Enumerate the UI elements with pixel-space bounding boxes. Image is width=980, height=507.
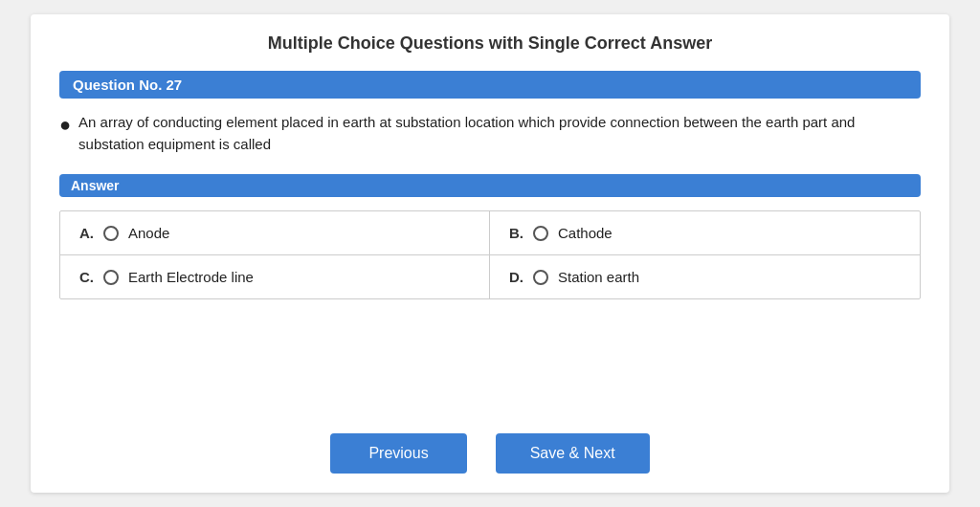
- option-c-text: Earth Electrode line: [128, 269, 254, 285]
- option-d[interactable]: D. Station earth: [490, 255, 920, 298]
- option-d-radio[interactable]: [533, 270, 548, 285]
- option-b-text: Cathode: [558, 225, 612, 241]
- option-b-radio[interactable]: [533, 226, 548, 241]
- option-c-radio[interactable]: [103, 270, 119, 285]
- option-b[interactable]: B. Cathode: [490, 211, 920, 255]
- page-title: Multiple Choice Questions with Single Co…: [59, 33, 921, 54]
- question-text: ● An array of conducting element placed …: [59, 112, 921, 155]
- previous-button[interactable]: Previous: [330, 433, 466, 474]
- option-c-letter: C.: [79, 269, 94, 285]
- option-a-letter: A.: [79, 225, 94, 241]
- option-d-letter: D.: [509, 269, 523, 285]
- option-d-text: Station earth: [558, 269, 639, 285]
- answer-label: Answer: [59, 174, 921, 197]
- options-grid: A. Anode B. Cathode C. Earth Electrode l…: [59, 210, 921, 299]
- option-c[interactable]: C. Earth Electrode line: [60, 255, 490, 298]
- option-a[interactable]: A. Anode: [60, 211, 490, 255]
- question-bullet: ●: [59, 112, 71, 137]
- question-body: An array of conducting element placed in…: [78, 112, 921, 155]
- page-container: Multiple Choice Questions with Single Co…: [31, 14, 949, 493]
- option-b-letter: B.: [509, 225, 523, 241]
- question-header: Question No. 27: [59, 71, 921, 99]
- option-a-radio[interactable]: [103, 226, 119, 241]
- save-next-button[interactable]: Save & Next: [496, 433, 650, 474]
- option-a-text: Anode: [128, 225, 169, 241]
- buttons-row: Previous Save & Next: [59, 433, 921, 474]
